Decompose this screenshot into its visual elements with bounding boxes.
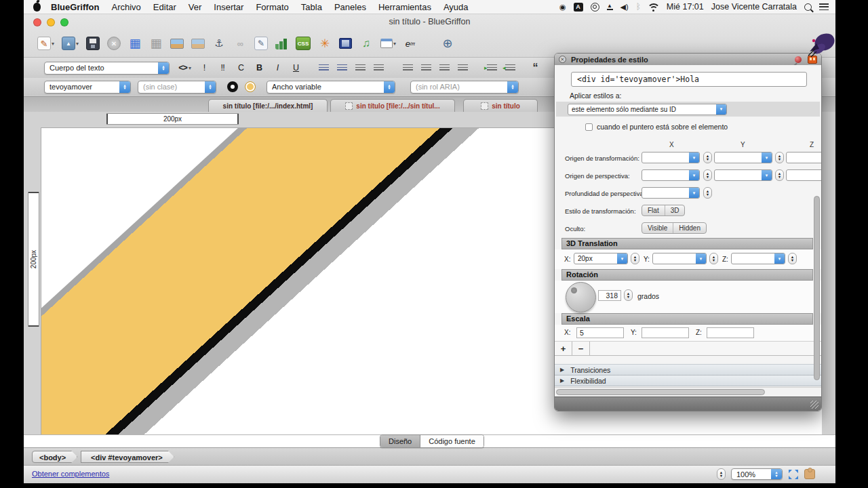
indent-icon[interactable] xyxy=(487,64,497,72)
addons-puzzle-icon[interactable] xyxy=(804,469,815,479)
rotation-knob[interactable] xyxy=(566,282,596,312)
fullscreen-icon[interactable] xyxy=(788,469,799,480)
panel-vertical-scrollbar[interactable] xyxy=(814,196,820,380)
screen-record-icon[interactable] xyxy=(559,3,566,12)
notification-center-icon[interactable] xyxy=(819,3,829,10)
translation-section-header[interactable]: 3D Translation xyxy=(561,238,813,249)
close-window-button[interactable] xyxy=(33,18,41,26)
document-tab-1[interactable]: sin título [file:/.../index.html] xyxy=(208,99,328,112)
transform-origin-z-select[interactable] xyxy=(786,152,821,163)
transitions-section[interactable]: ▶ Transiciones xyxy=(555,364,821,375)
preview-browser-button[interactable] xyxy=(441,37,454,50)
save-button[interactable] xyxy=(86,37,100,50)
menubar-user[interactable]: Jose Vicente Carratala xyxy=(711,2,797,12)
open-file-button[interactable]: ▾ xyxy=(62,37,79,50)
volume-icon[interactable] xyxy=(620,3,629,12)
underline-button[interactable]: U xyxy=(291,63,301,73)
transform-origin-x-stepper[interactable] xyxy=(703,152,712,163)
pin-icon[interactable] xyxy=(795,56,802,63)
new-document-button[interactable]: ▾ xyxy=(37,37,54,50)
breadcrumb-body[interactable]: <body> xyxy=(32,451,77,463)
spotlight-search-icon[interactable] xyxy=(804,3,812,11)
flat-button[interactable]: Flat xyxy=(642,205,665,216)
italic-button[interactable]: I xyxy=(273,63,283,73)
aria-role-select[interactable]: (sin rol ARIA) xyxy=(410,81,519,94)
insert-form-button[interactable] xyxy=(275,38,288,49)
table-properties-button[interactable] xyxy=(149,37,163,50)
perspective-origin-y-stepper[interactable] xyxy=(775,169,784,181)
paragraph-format-select[interactable]: Cuerpo del texto xyxy=(44,62,170,75)
element-class-select[interactable]: (sin clase) xyxy=(138,81,216,94)
scale-x-field[interactable]: 5 xyxy=(576,327,624,338)
visible-button[interactable]: Visible xyxy=(642,223,673,233)
translate-z-select[interactable] xyxy=(731,253,785,264)
threed-button[interactable]: 3D xyxy=(665,205,685,216)
menu-paneles[interactable]: Paneles xyxy=(328,2,372,12)
outdent-icon[interactable] xyxy=(505,64,515,72)
insert-image-button[interactable] xyxy=(170,39,184,49)
bold-button[interactable]: B xyxy=(254,63,264,73)
panel-horizontal-scrollbar-thumb[interactable] xyxy=(556,389,765,395)
perspective-depth-stepper[interactable] xyxy=(703,187,712,199)
insert-video-button[interactable] xyxy=(339,38,352,49)
menu-tabla[interactable]: Tabla xyxy=(295,2,328,12)
translate-z-stepper[interactable] xyxy=(788,253,797,264)
selector-preview-field[interactable]: <div id='tevoyamover'>Hola xyxy=(571,72,807,87)
menu-archivo[interactable]: Archivo xyxy=(106,2,147,12)
zoom-stepper[interactable] xyxy=(717,468,726,480)
bullet-list-icon[interactable] xyxy=(319,64,329,72)
zoom-window-button[interactable] xyxy=(60,18,68,26)
hover-checkbox[interactable] xyxy=(585,123,593,131)
breadcrumb-div-tevoyamover[interactable]: <div #tevoyamover> xyxy=(81,451,174,463)
insert-math-button[interactable]: eiπ xyxy=(403,37,417,50)
translate-y-select[interactable] xyxy=(652,253,707,264)
insert-anchor-button[interactable] xyxy=(212,37,226,50)
perspective-depth-select[interactable] xyxy=(642,187,700,199)
css-properties-button[interactable]: CSS xyxy=(296,37,311,50)
panel-close-icon[interactable]: ✕ xyxy=(559,56,566,63)
strong-button[interactable]: ‼ xyxy=(218,63,228,73)
tab-design[interactable]: Diseño xyxy=(380,435,420,447)
width-mode-select[interactable]: Ancho variable xyxy=(267,81,395,94)
scale-section-header[interactable]: Escala xyxy=(561,313,813,325)
transform-origin-y-stepper[interactable] xyxy=(775,152,784,163)
snippets-button[interactable] xyxy=(318,37,332,50)
get-addons-link[interactable]: Obtener complementos xyxy=(32,470,109,478)
translate-x-select[interactable]: 20px xyxy=(574,253,628,264)
markup-button[interactable]: <> ▾ xyxy=(178,63,191,73)
bluetooth-icon[interactable] xyxy=(636,2,641,12)
transform-origin-y-select[interactable] xyxy=(714,152,772,163)
document-tab-2[interactable]: sin título [file:/.../sin títul... xyxy=(330,99,455,112)
stop-button[interactable] xyxy=(107,37,121,50)
perspective-origin-y-select[interactable] xyxy=(714,169,772,181)
apply-mode-select[interactable]: este elemento sólo mediante su ID xyxy=(568,104,727,115)
eject-icon[interactable] xyxy=(607,4,613,10)
code-text-button[interactable]: C xyxy=(236,63,246,73)
menu-insertar[interactable]: Insertar xyxy=(208,2,250,12)
rotation-value-field[interactable]: 318 xyxy=(598,290,621,301)
fill-color-swatch[interactable] xyxy=(245,81,256,92)
height-ruler[interactable]: 200px xyxy=(28,192,39,327)
line-spacing-decrease-icon[interactable] xyxy=(374,64,384,72)
hidden-button[interactable]: Hidden xyxy=(673,223,706,233)
translate-x-stepper[interactable] xyxy=(631,253,639,264)
window-style-button[interactable]: ▾ xyxy=(380,39,396,48)
perspective-origin-x-stepper[interactable] xyxy=(703,169,712,181)
zoom-select[interactable]: 100% xyxy=(731,468,783,480)
border-color-swatch[interactable] xyxy=(227,81,238,92)
apple-menu-icon[interactable] xyxy=(33,3,41,12)
menu-formato[interactable]: Formato xyxy=(250,2,294,12)
panel-horizontal-scrollbar[interactable] xyxy=(555,387,821,397)
flexibility-section[interactable]: ▶ Flexibilidad xyxy=(555,375,821,386)
align-left-icon[interactable] xyxy=(403,64,413,72)
width-ruler[interactable]: 200px xyxy=(106,114,239,124)
blockquote-button[interactable]: “ xyxy=(530,64,540,71)
translate-y-stepper[interactable] xyxy=(709,253,718,264)
minimize-window-button[interactable] xyxy=(47,18,55,26)
menu-ayuda[interactable]: Ayuda xyxy=(437,2,475,12)
resize-grip-icon[interactable] xyxy=(810,401,818,409)
perspective-origin-x-select[interactable] xyxy=(642,169,700,181)
insert-audio-button[interactable] xyxy=(359,37,373,50)
align-justify-icon[interactable] xyxy=(458,64,468,72)
insert-table-button[interactable] xyxy=(128,37,142,50)
